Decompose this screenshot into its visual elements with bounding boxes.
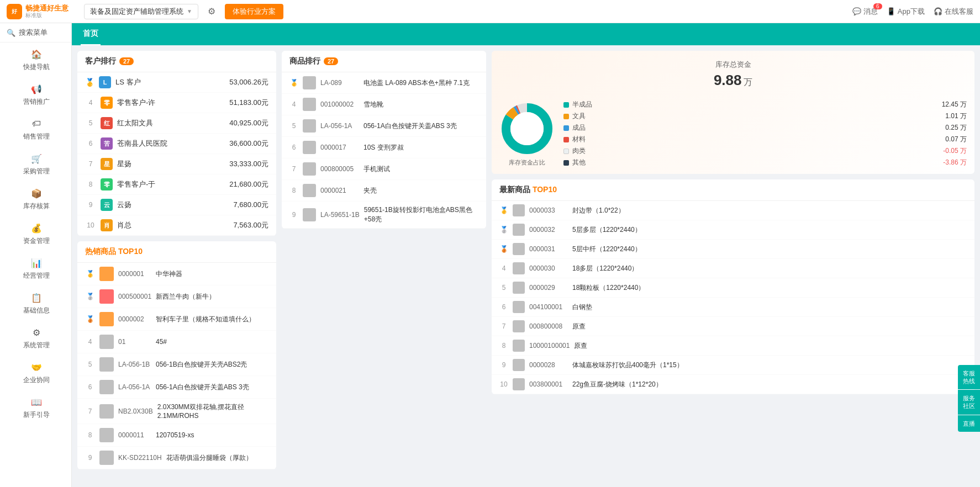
list-item: 7 NB2.0X30B 2.0X30MM双排花轴,摆花直径2.1MM/ROHS: [77, 399, 276, 424]
inventory-summary: 库存总资金 9.88 万: [492, 51, 974, 93]
rank-number: 9: [499, 361, 508, 369]
sidebar-item-finance[interactable]: 💰 资金管理: [0, 216, 71, 251]
customer-name: 云扬: [117, 200, 229, 210]
product-name: 45#: [156, 338, 268, 346]
list-item: 🥈 0000032 5层多层（1220*2440）: [492, 220, 974, 240]
product-code: 000800005: [320, 165, 359, 173]
avatar: 零: [101, 97, 113, 109]
list-item: 6 LA-056-1A 056-1A白色按键开关盖ABS 3壳: [77, 376, 276, 399]
list-item: 🥇 0000001 中华神器: [77, 263, 276, 285]
legend-value: 0.07 万: [945, 135, 967, 144]
hot-products-title: 热销商品 TOP10: [85, 247, 143, 257]
legend-value: -3.86 万: [943, 158, 967, 167]
search-menu-label: 搜索菜单: [19, 28, 48, 38]
product-image: [303, 76, 316, 89]
message-button[interactable]: 💬 消息 6: [852, 7, 878, 17]
product-ranking-header: 商品排行 27: [282, 51, 486, 72]
table-row: 9 云 云扬 7,680.00元: [77, 195, 276, 215]
nav-home[interactable]: 首页: [81, 23, 101, 45]
product-name: 智利车子里（规格不知道填什么）: [156, 315, 268, 324]
logo-icon: 好: [7, 4, 22, 19]
logo-area: 好 畅捷通好生意 标准版: [7, 4, 78, 19]
customer-name: 零售客户-许: [117, 98, 225, 108]
table-row: 6 苦 苍南县人民医院 36,600.00元: [77, 134, 276, 154]
product-ranking-list[interactable]: 🥇 LA-089 电池盖 LA-089 ABS本色+黑种 7.1克 4 0010…: [282, 72, 486, 229]
product-ranking-title: 商品排行: [289, 56, 320, 66]
sidebar-label-sales: 销售管理: [23, 132, 50, 141]
sidebar-item-system[interactable]: ⚙ 系统管理: [0, 321, 71, 356]
inventory-unit: 万: [744, 77, 752, 87]
community-button[interactable]: 服务社区: [958, 390, 980, 415]
product-image: [513, 262, 525, 274]
sidebar-label-finance: 资金管理: [23, 236, 50, 246]
app-download-button[interactable]: 📱 App下载: [887, 7, 925, 17]
avatar: 云: [101, 199, 113, 211]
list-item: 5 0000029 18颗粒板（1220*2440）: [492, 278, 974, 298]
sidebar-item-guide[interactable]: 📖 新手引导: [0, 390, 71, 425]
live-button[interactable]: 直播: [958, 415, 980, 432]
list-item: 6 004100001 白钢垫: [492, 298, 974, 317]
sidebar-item-purchase[interactable]: 🛒 采购管理: [0, 147, 71, 182]
rank-number: 7: [85, 407, 95, 415]
product-code: 0000029: [529, 284, 568, 292]
rank-number: 10: [499, 380, 508, 388]
customer-service-button[interactable]: 客服热线: [958, 365, 980, 390]
rank-number: 5: [85, 361, 95, 368]
product-code: 0000001: [118, 270, 151, 278]
content-area: 首页 客户排行 27 🥇 L LS 客户: [72, 23, 980, 487]
medal-icon: 🥇: [289, 79, 298, 87]
chart-label: 库存资金占比: [509, 158, 545, 167]
customer-count-badge: 27: [119, 57, 134, 65]
logo-sub-text: 标准版: [25, 12, 69, 19]
sidebar-item-basic-info[interactable]: 📋 基础信息: [0, 286, 71, 321]
purchase-icon: 🛒: [30, 152, 43, 165]
rank-number: 7: [85, 160, 96, 168]
product-name: 12070519-xs: [156, 431, 268, 439]
sidebar-item-inventory[interactable]: 📦 库存核算: [0, 182, 71, 216]
message-badge: 6: [873, 3, 882, 9]
product-code: LA-056-1A: [320, 122, 359, 130]
customer-amount: 40,925.00元: [229, 118, 268, 128]
product-image: [99, 289, 114, 304]
trial-button[interactable]: 体验行业方案: [225, 4, 283, 19]
customer-amount: 7,680.00元: [233, 200, 268, 210]
avatar: 红: [101, 117, 113, 129]
table-row: 8 零 零售客户-于 21,680.00元: [77, 174, 276, 195]
list-item: 10 003800001 22g鱼豆腐-烧烤味（1*12*20）: [492, 375, 974, 394]
customer-ranking-list[interactable]: 🥇 L LS 客户 53,006.26元 4 零 零售客户-许 51,183.0…: [77, 72, 276, 236]
product-code: 004100001: [529, 303, 568, 311]
sidebar-item-operations[interactable]: 📊 经营管理: [0, 251, 71, 286]
online-service-button[interactable]: 🎧 在线客服: [934, 7, 973, 17]
customer-amount: 21,680.00元: [229, 179, 268, 189]
sidebar-item-sales[interactable]: 🏷 销售管理: [0, 112, 71, 147]
sidebar-label-purchase: 采购管理: [23, 167, 50, 176]
hot-products-column: 客户排行 27 🥇 L LS 客户 53,006.26元 4: [72, 45, 282, 487]
sidebar-item-quick-nav[interactable]: 🏠 快捷导航: [0, 43, 71, 77]
table-row: 4 零 零售客户-许 51,183.00元: [77, 93, 276, 113]
product-code: 0000032: [529, 226, 568, 234]
settings-icon[interactable]: ⚙: [204, 4, 219, 19]
sidebar-label-basic-info: 基础信息: [23, 306, 50, 315]
rank-number: 5: [85, 119, 96, 127]
product-code: 10000100001: [529, 342, 570, 350]
main-layout: 🔍 搜索菜单 🏠 快捷导航 📢 营销推广 🏷 销售管理 🛒 采购管理 📦 库存核…: [0, 23, 980, 487]
list-item: 8 10000100001 原查: [492, 336, 974, 356]
sidebar-item-marketing[interactable]: 📢 营销推广: [0, 77, 71, 112]
product-name: 中华神器: [156, 269, 268, 279]
finance-icon: 💰: [30, 222, 43, 234]
sidebar-label-quick-nav: 快捷导航: [23, 62, 50, 72]
sidebar-item-enterprise[interactable]: 🤝 企业协同: [0, 356, 71, 390]
customer-amount: 7,563.00元: [233, 220, 268, 230]
system-name: 装备及固定资产辅助管理系统: [90, 7, 183, 17]
product-image: [99, 267, 114, 281]
search-menu[interactable]: 🔍 搜索菜单: [0, 23, 71, 43]
list-item: 4 0000030 18多层（1220*2440）: [492, 259, 974, 278]
product-name: 新西兰牛肉（新牛）: [156, 292, 268, 301]
legend-dot: [563, 137, 569, 142]
rank-number: 6: [85, 383, 95, 391]
medal-icon: 🥉: [499, 245, 508, 253]
product-image: [303, 119, 316, 133]
system-selector[interactable]: 装备及固定资产辅助管理系统 ▼: [84, 4, 198, 19]
sidebar-label-guide: 新手引导: [23, 410, 50, 420]
legend-item-finished: 成品 0.25 万: [563, 122, 967, 134]
